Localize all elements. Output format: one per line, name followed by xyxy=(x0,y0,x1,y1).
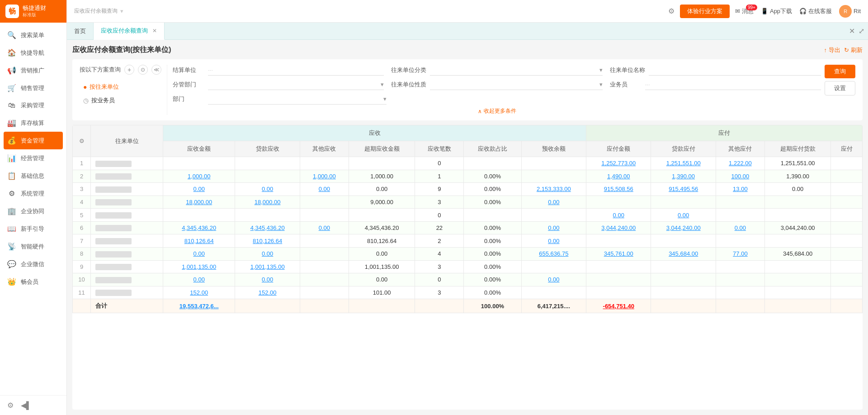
row-pay-amt[interactable]: 1,490.00 xyxy=(586,170,651,183)
filter-scheme-partner[interactable]: ● 按往来单位 xyxy=(80,81,161,93)
sidebar-item-quicknav[interactable]: 🏠 快捷导航 xyxy=(0,44,66,62)
sidebar-item-marketing[interactable]: 📢 营销推广 xyxy=(0,62,66,79)
row-recv-amt[interactable]: 810,126.64 xyxy=(163,234,235,248)
row-recv-loan[interactable]: 0.00 xyxy=(235,247,300,260)
row-recv-other[interactable]: 0.00 xyxy=(300,183,349,196)
row-pay-other[interactable]: 77.00 xyxy=(716,247,764,260)
sidebar-item-inventory[interactable]: 🏭 库存核算 xyxy=(0,114,66,132)
online-service-button[interactable]: 🎧 在线客服 xyxy=(799,7,832,15)
row-recv-amt[interactable]: 0.00 xyxy=(163,183,235,196)
row-pay-loan[interactable]: 915,495.56 xyxy=(651,183,716,196)
row-pay-other[interactable]: 100.00 xyxy=(716,170,764,183)
row-recv-loan[interactable]: 1,001,135.00 xyxy=(235,260,300,273)
sidebar-item-purchase[interactable]: 🛍 采购管理 xyxy=(0,97,66,114)
row-recv-count: 1 xyxy=(415,170,464,183)
topbar-gear-icon[interactable]: ⚙ xyxy=(668,7,675,15)
collapse-filter-button[interactable]: ∧ 收起更多条件 xyxy=(173,107,821,115)
sidebar-item-hardware[interactable]: 📡 智能硬件 xyxy=(0,238,66,255)
sidebar-item-corp[interactable]: 🏢 企业协同 xyxy=(0,202,66,220)
sidebar-item-finance[interactable]: 💰 资金管理 xyxy=(4,132,63,149)
row-pay-amt[interactable]: 3,044,240.00 xyxy=(586,221,651,234)
row-recv-loan[interactable]: 4,345,436.20 xyxy=(235,221,300,234)
row-recv-loan[interactable]: 0.00 xyxy=(235,273,300,286)
row-pay-other[interactable]: 0.00 xyxy=(716,221,764,234)
filter-expand-button[interactable]: ≪ xyxy=(151,65,161,75)
row-recv-prepay[interactable]: 0.00 xyxy=(521,234,586,248)
row-recv-amt[interactable]: 18,000.00 xyxy=(163,196,235,209)
refresh-button[interactable]: ↻ 刷新 xyxy=(844,46,863,54)
tab-home[interactable]: 首页 xyxy=(67,23,94,40)
sidebar-item-search[interactable]: 🔍 搜索菜单 xyxy=(0,26,66,44)
tab-close-icon[interactable]: ✕ xyxy=(152,28,157,34)
query-button[interactable]: 查询 xyxy=(825,65,855,78)
row-recv-loan[interactable]: 0.00 xyxy=(235,183,300,196)
table-settings-icon[interactable]: ⚙ xyxy=(79,138,85,144)
row-pay-loan[interactable]: 3,044,240.00 xyxy=(651,221,716,234)
export-button[interactable]: ↑ 导出 xyxy=(824,46,841,54)
partner-name-input[interactable] xyxy=(649,65,821,76)
setting-button[interactable]: 设置 xyxy=(825,81,855,95)
sidebar-item-member[interactable]: 👑 畅会员 xyxy=(0,273,66,291)
sidebar-item-system[interactable]: ⚙ 系统管理 xyxy=(0,185,66,202)
tab-receivable[interactable]: 应收应付余额查询 ✕ xyxy=(94,23,165,40)
filter-settings-button[interactable]: ⊙ xyxy=(138,65,148,75)
promo-button[interactable]: 体验行业方案 xyxy=(680,5,730,18)
partner-category-input[interactable]: ▾ xyxy=(430,65,602,76)
row-partner xyxy=(91,247,163,260)
row-recv-amt[interactable]: 1,000.00 xyxy=(163,170,235,183)
sidebar-item-weixin[interactable]: 💬 企业微信 xyxy=(0,255,66,273)
row-pay-amt[interactable]: 1,252,773.00 xyxy=(586,157,651,170)
dept-manage-input[interactable]: ▾ xyxy=(208,79,384,90)
filter-scheme-staff[interactable]: ◷ 按业务员 xyxy=(80,95,161,106)
settlement-unit-input[interactable]: ··· xyxy=(208,65,384,76)
sidebar-logo: 畅 畅捷通财 标准版 xyxy=(0,0,66,23)
sidebar-collapse-icon[interactable]: ◀▌ xyxy=(21,401,31,410)
footer-recv-amt[interactable]: 19,553,472,6... xyxy=(163,299,235,313)
row-recv-loan[interactable]: 152.00 xyxy=(235,286,300,299)
partner-nature-input[interactable]: ▾ xyxy=(430,79,602,90)
row-pay-loan[interactable]: 1,390.00 xyxy=(651,170,716,183)
row-recv-amt[interactable]: 4,345,436.20 xyxy=(163,221,235,234)
dept-input[interactable]: ▾ xyxy=(208,94,387,105)
tab-close-all-icon[interactable]: ✕ xyxy=(849,27,855,35)
row-pay-other[interactable]: 1,222.00 xyxy=(716,157,764,170)
row-pay-other xyxy=(716,273,764,286)
row-recv-amt[interactable]: 1,001,135.00 xyxy=(163,260,235,273)
row-recv-amt[interactable]: 0.00 xyxy=(163,273,235,286)
row-recv-loan[interactable]: 18,000.00 xyxy=(235,196,300,209)
salesperson-input[interactable]: ··· xyxy=(645,79,821,90)
row-recv-loan[interactable]: 810,126.64 xyxy=(235,234,300,248)
row-recv-other[interactable]: 0.00 xyxy=(300,221,349,234)
sidebar-item-basic[interactable]: 📋 基础信息 xyxy=(0,167,66,185)
sidebar-item-operations[interactable]: 📊 经营管理 xyxy=(0,149,66,167)
sidebar-item-sales[interactable]: 🛒 销售管理 xyxy=(0,79,66,97)
row-pay-amt[interactable]: 0.00 xyxy=(586,209,651,222)
hardware-icon: 📡 xyxy=(7,242,16,251)
row-recv-prepay[interactable]: 0.00 xyxy=(521,221,586,234)
row-recv-prepay[interactable]: 0.00 xyxy=(521,273,586,286)
row-recv-other[interactable]: 1,000.00 xyxy=(300,170,349,183)
row-pay-loan[interactable]: 345,684.00 xyxy=(651,247,716,260)
row-recv-amt[interactable]: 0.00 xyxy=(163,247,235,260)
row-pay-extra xyxy=(831,183,863,196)
row-pay-loan[interactable]: 1,251,551.00 xyxy=(651,157,716,170)
row-recv-prepay[interactable]: 2,153,333.00 xyxy=(521,183,586,196)
row-pay-loan[interactable]: 0.00 xyxy=(651,209,716,222)
filter-add-button[interactable]: + xyxy=(124,65,134,75)
footer-pay-amt[interactable]: -654,751.40 xyxy=(586,299,651,313)
app-download-button[interactable]: 📱 App下载 xyxy=(761,7,792,15)
export-icon: ↑ xyxy=(824,47,827,53)
row-pay-other[interactable]: 13.00 xyxy=(716,183,764,196)
sidebar-item-guide[interactable]: 📖 新手引导 xyxy=(0,220,66,238)
tab-expand-icon[interactable]: ⤢ xyxy=(859,27,864,35)
message-button[interactable]: ✉ 消息 99+ xyxy=(735,7,754,15)
row-recv-prepay[interactable]: 655,636.75 xyxy=(521,247,586,260)
row-pay-amt[interactable]: 915,508.56 xyxy=(586,183,651,196)
sidebar-settings-icon[interactable]: ⚙ xyxy=(7,401,14,410)
row-recv-prepay[interactable]: 0.00 xyxy=(521,196,586,209)
row-recv-amt[interactable]: 152.00 xyxy=(163,286,235,299)
user-avatar[interactable]: R Rit xyxy=(839,5,861,18)
col-partner: 往来单位 xyxy=(91,125,163,157)
row-pay-amt[interactable]: 345,761.00 xyxy=(586,247,651,260)
row-recv-ratio: 0.00% xyxy=(464,183,521,196)
